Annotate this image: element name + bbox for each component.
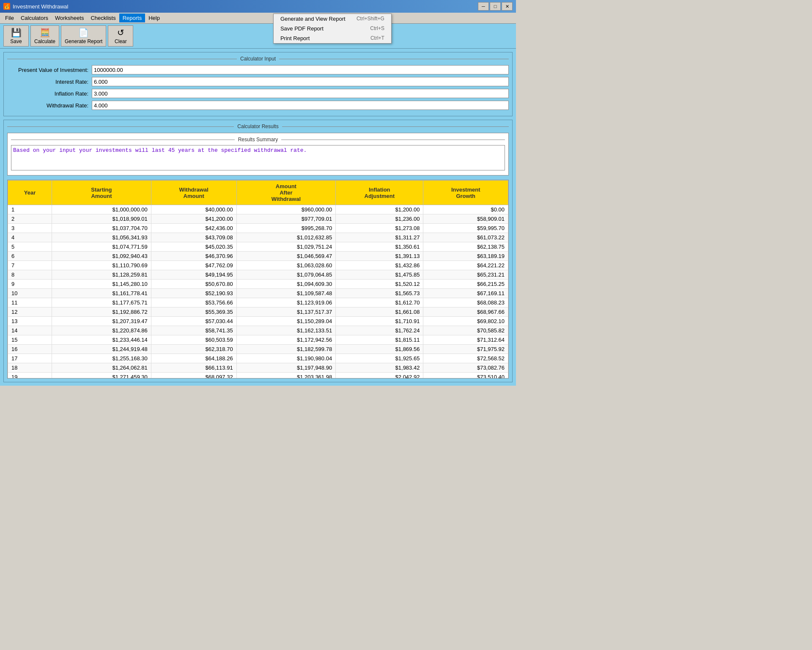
table-cell: $1,063,028.60 (236, 261, 336, 270)
table-cell: 2 (8, 214, 52, 224)
table-cell: 4 (8, 233, 52, 242)
wr-row: Withdrawal Rate: (7, 101, 509, 110)
table-cell: $1,056,341.93 (52, 233, 151, 242)
summary-textarea[interactable]: Based on your input your investments wil… (11, 145, 505, 170)
minimize-button[interactable]: ─ (478, 2, 489, 11)
table-cell: $68,967.66 (423, 307, 508, 317)
table-cell: $1,000,000.00 (52, 205, 151, 214)
table-cell: 15 (8, 335, 52, 345)
calculate-button[interactable]: 🧮 Calculate (30, 25, 59, 47)
table-cell: $1,018,909.01 (52, 214, 151, 224)
table-cell: $1,661.08 (336, 307, 423, 317)
table-cell: 13 (8, 317, 52, 326)
table-cell: $1,612.70 (336, 298, 423, 307)
table-row: 1$1,000,000.00$40,000.00$960,000.00$1,20… (8, 205, 508, 214)
table-cell: $1,815.11 (336, 335, 423, 345)
table-cell: $1,925.65 (336, 354, 423, 363)
generate-report-button[interactable]: 📄 Generate Report (61, 25, 106, 47)
table-cell: $0.00 (423, 205, 508, 214)
table-cell: $73,082.76 (423, 363, 508, 373)
pv-row: Present Value of Investment: (7, 65, 509, 74)
table-row: 3$1,037,704.70$42,436.00$995,268.70$1,27… (8, 224, 508, 233)
table-cell: 10 (8, 289, 52, 298)
wr-input[interactable] (92, 101, 509, 110)
calculator-input-section: Calculator Input Present Value of Invest… (3, 52, 513, 116)
table-header: Year StartingAmount WithdrawalAmount Amo… (8, 181, 508, 205)
print-report-item[interactable]: Print Report Ctrl+T (274, 33, 391, 43)
save-button[interactable]: 💾 Save (3, 25, 29, 47)
table-cell: $1,432.86 (336, 261, 423, 270)
table-cell: $60,503.59 (151, 335, 236, 345)
table-cell: $1,762.24 (336, 326, 423, 335)
generate-report-icon: 📄 (78, 27, 89, 38)
clear-label: Clear (115, 38, 127, 44)
maximize-button[interactable]: □ (490, 2, 501, 11)
table-cell: $1,710.91 (336, 317, 423, 326)
ir-row: Interest Rate: (7, 77, 509, 86)
table-cell: $1,207,319.47 (52, 317, 151, 326)
col-investment-growth: InvestmentGrowth (423, 181, 508, 205)
menu-reports[interactable]: Reports (119, 14, 145, 22)
table-cell: $68,097.32 (151, 373, 236, 379)
table-cell: $1,244,919.48 (52, 345, 151, 354)
save-pdf-report-item[interactable]: Save PDF Report Ctrl+S (274, 24, 391, 33)
table-cell: $1,190,980.04 (236, 354, 336, 363)
table-cell: $1,012,632.85 (236, 233, 336, 242)
table-row: 15$1,233,446.14$60,503.59$1,172,942.56$1… (8, 335, 508, 345)
table-cell: $49,194.95 (151, 270, 236, 280)
table-cell: 12 (8, 307, 52, 317)
table-cell: $62,318.70 (151, 345, 236, 354)
results-table-container[interactable]: Year StartingAmount WithdrawalAmount Amo… (7, 180, 509, 378)
close-button[interactable]: ✕ (502, 2, 513, 11)
table-cell: $1,273.08 (336, 224, 423, 233)
col-year: Year (8, 181, 52, 205)
table-cell: $40,000.00 (151, 205, 236, 214)
menu-checklists[interactable]: Checklists (87, 14, 119, 22)
table-cell: $50,670.80 (151, 280, 236, 289)
ir-input[interactable] (92, 77, 509, 86)
table-row: 18$1,264,062.81$66,113.91$1,197,948.90$1… (8, 363, 508, 373)
infr-input[interactable] (92, 89, 509, 98)
table-cell: 3 (8, 224, 52, 233)
col-withdrawal-amount: WithdrawalAmount (151, 181, 236, 205)
table-row: 7$1,110,790.69$47,762.09$1,063,028.60$1,… (8, 261, 508, 270)
table-cell: $1,475.85 (336, 270, 423, 280)
table-cell: $1,869.56 (336, 345, 423, 354)
table-cell: $1,162,133.51 (236, 326, 336, 335)
table-cell: $1,271,459.30 (52, 373, 151, 379)
table-cell: $1,203,361.98 (236, 373, 336, 379)
pv-input[interactable] (92, 65, 509, 74)
table-row: 8$1,128,259.81$49,194.95$1,079,064.85$1,… (8, 270, 508, 280)
table-cell: $64,188.26 (151, 354, 236, 363)
table-cell: $70,585.82 (423, 326, 508, 335)
table-cell: 17 (8, 354, 52, 363)
calculator-input-legend: Calculator Input (7, 56, 509, 62)
generate-view-report-item[interactable]: Generate and View Report Ctrl+Shift+G (274, 14, 391, 24)
table-cell: $1,128,259.81 (52, 270, 151, 280)
table-cell: $1,172,942.56 (236, 335, 336, 345)
table-cell: $1,137,517.37 (236, 307, 336, 317)
menu-worksheets[interactable]: Worksheets (52, 14, 87, 22)
col-starting-amount: StartingAmount (52, 181, 151, 205)
table-cell: $71,312.64 (423, 335, 508, 345)
menu-calculators[interactable]: Calculators (17, 14, 52, 22)
table-row: 14$1,220,874.86$58,741.35$1,162,133.51$1… (8, 326, 508, 335)
pv-label: Present Value of Investment: (7, 67, 92, 73)
col-inflation-adjustment: InflationAdjustment (336, 181, 423, 205)
clear-button[interactable]: ↺ Clear (108, 25, 133, 47)
menu-help[interactable]: Help (145, 14, 163, 22)
table-cell: $57,030.44 (151, 317, 236, 326)
save-pdf-report-shortcut: Ctrl+S (370, 25, 384, 32)
calculator-results-section: Calculator Results Results Summary Based… (3, 120, 513, 382)
table-cell: $71,975.92 (423, 345, 508, 354)
table-cell: 16 (8, 345, 52, 354)
table-cell: $68,088.23 (423, 298, 508, 307)
table-cell: $41,200.00 (151, 214, 236, 224)
table-cell: $1,037,704.70 (52, 224, 151, 233)
table-cell: $1,110,790.69 (52, 261, 151, 270)
table-cell: $69,802.10 (423, 317, 508, 326)
calculate-label: Calculate (34, 38, 55, 44)
table-cell: $1,109,587.48 (236, 289, 336, 298)
table-cell: $960,000.00 (236, 205, 336, 214)
menu-file[interactable]: File (2, 14, 17, 22)
